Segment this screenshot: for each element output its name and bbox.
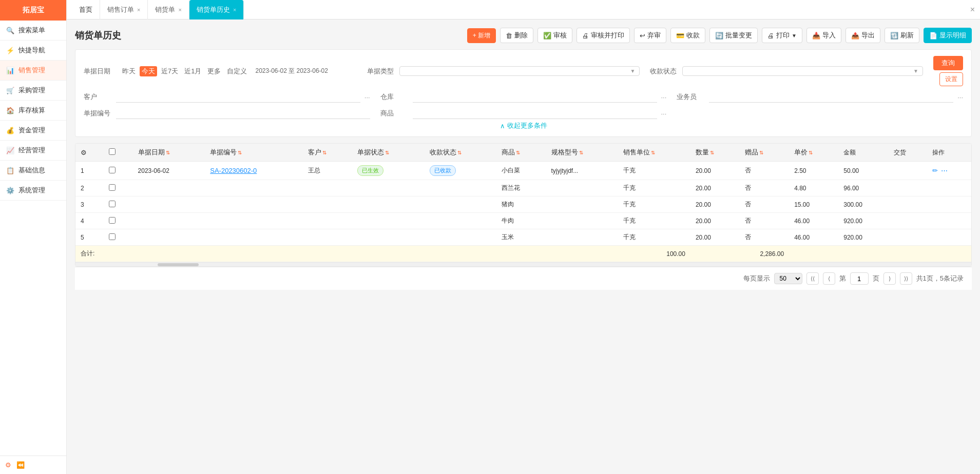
table-footer-row: 合计: 100.00 2,286.00 (75, 246, 971, 262)
col-doc-no[interactable]: 单据编号⇅ (205, 144, 303, 162)
edit-action[interactable]: ✏ (932, 167, 938, 174)
staff-label: 业务员 (677, 92, 705, 102)
col-spec-type[interactable]: 规格型号⇅ (546, 144, 619, 162)
sidebar-item-search[interactable]: 🔍 搜索菜单 (0, 21, 66, 41)
tab-bar-close-btn[interactable]: × (970, 5, 975, 14)
warehouse-input[interactable] (413, 91, 657, 103)
sidebar-settings-icon[interactable]: ⚙ (5, 461, 11, 469)
audit-button[interactable]: ✅ 审核 (537, 28, 572, 43)
date-range: 2023-06-02 至 2023-06-02 (255, 67, 328, 75)
settings-button[interactable]: 设置 (939, 72, 963, 86)
query-button[interactable]: 查询 (933, 56, 963, 70)
shortcut-today[interactable]: 今天 (140, 66, 157, 76)
next-page-btn[interactable]: ⟩ (883, 272, 896, 285)
sidebar-item-sales[interactable]: 📊 销售管理 (0, 61, 66, 81)
warehouse-dots[interactable]: ··· (661, 93, 667, 101)
more-action[interactable]: ⋯ (941, 167, 948, 174)
sidebar-item-inventory[interactable]: 🏠 库存核算 (0, 101, 66, 121)
page-input[interactable] (850, 272, 869, 285)
shortcut-7days[interactable]: 近7天 (159, 66, 180, 76)
col-transaction: 交货 (889, 144, 928, 162)
delete-button[interactable]: 🗑 删除 (500, 28, 533, 43)
sidebar-item-purchase[interactable]: 🛒 采购管理 (0, 81, 66, 101)
col-checkbox[interactable] (104, 144, 133, 162)
doc-type-select[interactable]: ▼ (399, 66, 640, 76)
tab-close-sales-goods[interactable]: × (178, 7, 181, 13)
collect-button[interactable]: 💳 收款 (670, 28, 705, 43)
col-doc-status[interactable]: 单据状态⇅ (352, 144, 425, 162)
row-checkbox[interactable] (109, 233, 116, 240)
sidebar-item-baseinfo[interactable]: 📋 基础信息 (0, 161, 66, 181)
col-goods[interactable]: 商品⇅ (496, 144, 546, 162)
select-all-checkbox[interactable] (109, 148, 116, 155)
filter-warehouse: 仓库 ··· (380, 91, 667, 103)
col-settings[interactable]: ⚙ (75, 144, 104, 162)
audit-print-button[interactable]: 🖨 审核并打印 (577, 28, 630, 43)
shortcut-more[interactable]: 更多 (205, 66, 223, 76)
row-checkbox[interactable] (109, 217, 116, 224)
tab-sales-goods[interactable]: 销货单 × (148, 0, 189, 19)
tab-close-sales-order[interactable]: × (137, 7, 140, 13)
filter-row-3: 单据编号 商品 ··· (84, 108, 963, 119)
tab-sales-history[interactable]: 销货单历史 × (189, 0, 244, 19)
cell-amount: 300.00 (838, 196, 888, 213)
first-page-btn[interactable]: ⟨⟨ (806, 272, 819, 285)
sidebar-item-quicknav[interactable]: ⚡ 快捷导航 (0, 41, 66, 61)
last-page-btn[interactable]: ⟩⟩ (900, 272, 912, 285)
sidebar-item-system[interactable]: ⚙️ 系统管理 (0, 181, 66, 201)
show-detail-button[interactable]: 📄 显示明细 (924, 28, 972, 43)
nav-icon: ⚡ (6, 46, 14, 54)
customer-dots[interactable]: ··· (364, 93, 370, 101)
row-checkbox[interactable] (109, 201, 116, 207)
staff-dots[interactable]: ··· (957, 93, 963, 101)
tab-close-sales-history[interactable]: × (233, 7, 236, 13)
collect-status-select[interactable]: ▼ (682, 66, 923, 76)
customer-input[interactable] (116, 91, 360, 103)
per-page-select[interactable]: 50 100 200 (774, 273, 802, 284)
audit-print-icon: 🖨 (582, 32, 589, 40)
cell-unit: 千克 (618, 229, 690, 246)
row-checkbox[interactable] (109, 167, 116, 173)
shortcut-yesterday[interactable]: 昨天 (120, 66, 138, 76)
export-icon: 📤 (851, 32, 859, 40)
shortcut-1month[interactable]: 近1月 (182, 66, 203, 76)
batch-change-button[interactable]: 🔄 批量变更 (709, 28, 758, 43)
sidebar-item-operations[interactable]: 📈 经营管理 (0, 141, 66, 161)
col-quantity[interactable]: 数量⇅ (690, 144, 740, 162)
cell-transaction (889, 162, 928, 180)
tab-home[interactable]: 首页 (72, 0, 100, 19)
row-checkbox[interactable] (109, 184, 116, 191)
col-customer[interactable]: 客户⇅ (303, 144, 352, 162)
sidebar-collapse-icon[interactable]: ⏪ (16, 461, 25, 469)
export-button[interactable]: 📤 导出 (846, 28, 880, 43)
col-gift[interactable]: 赠品⇅ (740, 144, 789, 162)
cell-price: 2.50 (789, 162, 838, 180)
cell-action (927, 213, 971, 229)
cell-amount: 96.00 (838, 180, 888, 196)
shortcut-custom[interactable]: 自定义 (225, 66, 249, 76)
collapse-button[interactable]: ∧ 收起更多条件 (84, 119, 963, 130)
cell-amount: 920.00 (838, 213, 888, 229)
col-unit-price[interactable]: 单价⇅ (789, 144, 838, 162)
doc-no-input[interactable] (116, 108, 370, 119)
col-collect-status[interactable]: 收款状态⇅ (425, 144, 497, 162)
col-doc-date[interactable]: 单据日期⇅ (133, 144, 205, 162)
goods-input[interactable] (413, 108, 657, 119)
sidebar-item-finance[interactable]: 💰 资金管理 (0, 121, 66, 141)
col-sales-unit[interactable]: 销售单位⇅ (618, 144, 690, 162)
goods-label: 商品 (380, 109, 409, 118)
cell-collect-status (425, 196, 497, 213)
abandon-button[interactable]: ↩ 弃审 (634, 28, 666, 43)
table-scrollbar[interactable] (75, 262, 971, 266)
prev-page-btn[interactable]: ⟨ (823, 272, 835, 285)
sales-icon: 📊 (6, 66, 14, 74)
import-button[interactable]: 📥 导入 (806, 28, 841, 43)
goods-dots[interactable]: ··· (661, 110, 667, 117)
refresh-button[interactable]: 🔃 刷新 (885, 28, 919, 43)
print-button[interactable]: 🖨 打印 ▼ (762, 28, 802, 43)
staff-input[interactable] (709, 91, 953, 103)
doc-no-link[interactable]: SA-20230602-0 (210, 167, 257, 174)
date-label: 单据日期 (84, 67, 112, 76)
add-button[interactable]: + 新增 (467, 28, 496, 43)
tab-sales-order[interactable]: 销售订单 × (100, 0, 148, 19)
